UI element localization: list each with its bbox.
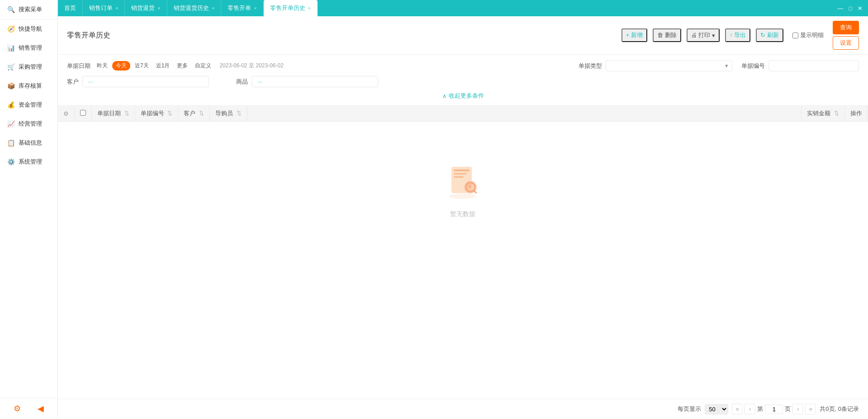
display-checkbox[interactable] xyxy=(792,33,798,38)
page-nav: « ‹ 第 页 › » xyxy=(732,404,816,414)
svg-rect-2 xyxy=(454,169,470,171)
tab-retail-history-label: 零售开单历史 xyxy=(270,4,305,12)
select-all-checkbox[interactable] xyxy=(80,110,86,116)
filter-row-1: 单据日期 昨天 今天 近7天 近1月 更多 自定义 2023-06-02 至 2… xyxy=(67,60,859,71)
tab-home[interactable]: 首页 xyxy=(58,0,83,16)
col-guide-label: 导购员 xyxy=(215,110,233,117)
per-page-label: 每页显示 xyxy=(678,405,701,413)
col-actions: 操作 xyxy=(845,106,868,122)
refresh-button[interactable]: ↻ 刷新 xyxy=(756,28,783,42)
export-button[interactable]: ↑ 导出 xyxy=(725,28,750,42)
window-maximize[interactable]: □ xyxy=(849,5,852,12)
sidebar-item-finance[interactable]: 💰 资金管理 xyxy=(0,95,57,114)
finance-icon: 💰 xyxy=(7,101,15,108)
date-btn-today[interactable]: 今天 xyxy=(112,61,130,71)
sidebar-item-operations[interactable]: 📈 经营管理 xyxy=(0,114,57,133)
print-button[interactable]: 🖨 打印 ▾ xyxy=(687,28,720,42)
sidebar: 🔍 搜索采单 🧭 快捷导航 📊 销售管理 🛒 采购管理 📦 库存核算 💰 资金管… xyxy=(0,0,58,419)
tab-retail-open[interactable]: 零售开单 × xyxy=(221,0,263,16)
tab-retail-history[interactable]: 零售开单历史 × xyxy=(264,0,318,16)
page-header: 零售开单历史 + 新增 🗑 删除 🖨 打印 ▾ ↑ 导出 ↻ 刷新 显示明细 查… xyxy=(58,16,868,55)
operations-icon: 📈 xyxy=(7,120,15,127)
page-number-input[interactable] xyxy=(765,405,783,414)
sort-date-icon[interactable]: ⇅ xyxy=(124,110,129,117)
sort-number-icon[interactable]: ⇅ xyxy=(167,110,172,117)
tab-sales-order[interactable]: 销售订单 × xyxy=(83,0,125,16)
data-table: ⚙ 单据日期 ⇅ 单据编号 ⇅ xyxy=(58,106,868,254)
collapse-button[interactable]: ∧ 收起更多条件 xyxy=(67,92,859,100)
settings-button[interactable]: 设置 xyxy=(833,36,859,50)
goods-select[interactable]: ··· xyxy=(251,76,378,87)
table-header: ⚙ 单据日期 ⇅ 单据编号 ⇅ xyxy=(58,106,868,122)
table-body: 暂无数据 xyxy=(58,122,868,255)
sidebar-item-system-mgmt[interactable]: ⚙️ 系统管理 xyxy=(0,152,57,171)
tab-close-icon[interactable]: × xyxy=(212,5,214,11)
nav-icon: 🧭 xyxy=(7,25,15,33)
per-page-select[interactable]: 10 20 50 100 xyxy=(705,404,728,414)
purchase-icon: 🛒 xyxy=(7,63,15,71)
tab-close-icon[interactable]: × xyxy=(308,5,311,11)
first-page-button[interactable]: « xyxy=(732,404,743,414)
date-btn-more[interactable]: 更多 xyxy=(174,61,190,71)
sidebar-item-purchase-mgmt[interactable]: 🛒 采购管理 xyxy=(0,57,57,76)
sidebar-item-basic-info[interactable]: 📋 基础信息 xyxy=(0,133,57,152)
col-amount-label: 实销金额 xyxy=(807,110,830,117)
sort-amount-icon[interactable]: ⇅ xyxy=(834,110,839,117)
date-btn-custom[interactable]: 自定义 xyxy=(192,61,214,71)
order-number-input[interactable] xyxy=(768,60,859,71)
tab-sales-return-history[interactable]: 销货退货历史 × xyxy=(167,0,221,16)
sort-customer-icon[interactable]: ⇅ xyxy=(199,110,204,117)
sidebar-item-label: 销售管理 xyxy=(19,44,42,52)
col-actions-label: 操作 xyxy=(850,110,862,117)
query-button[interactable]: 查询 xyxy=(833,21,859,34)
tab-sales-return[interactable]: 销货退货 × xyxy=(125,0,167,16)
sort-guide-icon[interactable]: ⇅ xyxy=(237,110,242,117)
tab-close-icon[interactable]: × xyxy=(157,5,160,11)
col-amount: 实销金额 ⇅ xyxy=(802,106,845,122)
search-icon: 🔍 xyxy=(7,6,15,13)
settings-icon[interactable]: ⚙ xyxy=(14,404,21,414)
sidebar-item-label: 系统管理 xyxy=(19,158,42,166)
main-area: 首页 销售订单 × 销货退货 × 销货退货历史 × 零售开单 × 零售开单历史 … xyxy=(58,0,868,419)
next-page-button[interactable]: › xyxy=(792,404,803,414)
inventory-icon: 📦 xyxy=(7,82,15,89)
pagination: 每页显示 10 20 50 100 « ‹ 第 页 › » 共0页, 0条记录 xyxy=(58,399,868,419)
order-type-select[interactable]: ▾ xyxy=(606,60,732,71)
sidebar-item-sales-mgmt[interactable]: 📊 销售管理 xyxy=(0,38,57,57)
table-settings-icon[interactable]: ⚙ xyxy=(63,110,69,117)
table-container: ⚙ 单据日期 ⇅ 单据编号 ⇅ xyxy=(58,106,868,399)
window-controls: — □ ✕ xyxy=(832,5,868,12)
customer-select[interactable]: ··· xyxy=(82,76,209,87)
col-number: 单据编号 ⇅ xyxy=(135,106,178,122)
sidebar-item-label: 库存核算 xyxy=(19,82,42,90)
sales-icon: 📊 xyxy=(7,44,15,52)
empty-icon xyxy=(440,158,485,203)
tab-close-icon[interactable]: × xyxy=(115,5,118,11)
add-button[interactable]: + 新增 xyxy=(621,28,647,42)
basic-info-icon: 📋 xyxy=(7,139,15,146)
sidebar-item-quick-nav[interactable]: 🧭 快捷导航 xyxy=(0,19,57,38)
date-btn-yesterday[interactable]: 昨天 xyxy=(94,61,110,71)
order-number-label: 单据编号 xyxy=(741,62,765,70)
display-toggle[interactable]: 显示明细 xyxy=(789,29,827,41)
window-close[interactable]: ✕ xyxy=(858,5,863,12)
last-page-button[interactable]: » xyxy=(805,404,816,414)
tab-close-icon[interactable]: × xyxy=(254,5,256,11)
svg-point-8 xyxy=(468,184,471,188)
collapse-sidebar-icon[interactable]: ◀ xyxy=(38,404,44,414)
tab-sales-return-history-label: 销货退货历史 xyxy=(174,4,209,12)
filter-area: 单据日期 昨天 今天 近7天 近1月 更多 自定义 2023-06-02 至 2… xyxy=(58,55,868,106)
window-minimize[interactable]: — xyxy=(837,5,843,12)
goods-ellipsis-icon[interactable]: ··· xyxy=(257,78,262,85)
date-btn-last7[interactable]: 近7天 xyxy=(132,61,152,71)
sidebar-item-inventory[interactable]: 📦 库存核算 xyxy=(0,76,57,95)
customer-ellipsis-icon[interactable]: ··· xyxy=(88,78,93,85)
tab-sales-return-label: 销货退货 xyxy=(131,4,155,12)
sidebar-item-label: 采购管理 xyxy=(19,63,42,71)
delete-button[interactable]: 🗑 删除 xyxy=(653,28,681,42)
tab-retail-open-label: 零售开单 xyxy=(228,4,251,12)
sidebar-search[interactable]: 🔍 搜索采单 xyxy=(0,0,57,19)
date-btn-last-month[interactable]: 近1月 xyxy=(153,61,173,71)
toolbar: + 新增 🗑 删除 🖨 打印 ▾ ↑ 导出 ↻ 刷新 显示明细 查询 设置 xyxy=(621,21,859,50)
prev-page-button[interactable]: ‹ xyxy=(745,404,755,414)
